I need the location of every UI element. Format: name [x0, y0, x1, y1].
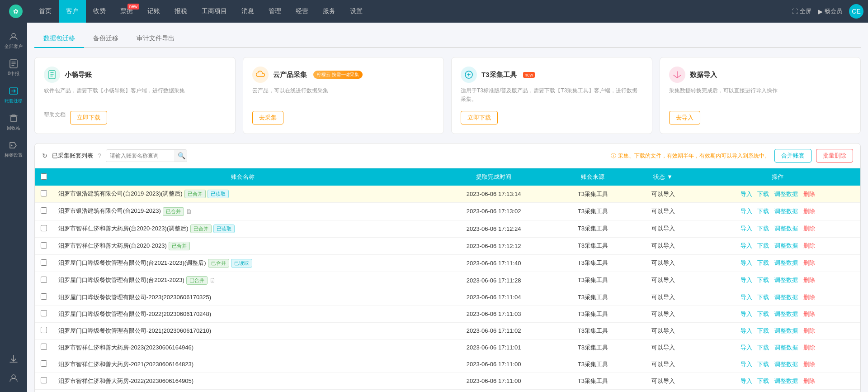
action-delete[interactable]: 删除: [802, 344, 817, 351]
nav-item-message[interactable]: 消息: [234, 0, 261, 23]
action-adjust[interactable]: 调整数据: [773, 294, 800, 301]
tab-data-migrate[interactable]: 数据包迁移: [34, 30, 84, 48]
action-adjust[interactable]: 调整数据: [773, 327, 800, 334]
action-download[interactable]: 下载: [755, 344, 771, 351]
row-checkbox[interactable]: [41, 225, 47, 231]
action-delete[interactable]: 删除: [802, 259, 817, 266]
action-adjust[interactable]: 调整数据: [773, 277, 800, 283]
sidebar-item-download[interactable]: [0, 349, 27, 368]
action-adjust[interactable]: 调整数据: [773, 259, 800, 266]
tab-audit-export[interactable]: 审计文件导出: [127, 30, 184, 48]
nav-item-operation[interactable]: 经营: [288, 0, 316, 23]
action-import[interactable]: 导入: [739, 208, 754, 215]
action-adjust[interactable]: 调整数据: [773, 311, 800, 317]
help-doc-link[interactable]: 帮助文档: [44, 111, 66, 124]
sidebar-item-account-migrate[interactable]: 账套迁移: [0, 81, 27, 109]
fullscreen-btn[interactable]: ⛶ 全屏: [792, 7, 811, 15]
action-delete[interactable]: 删除: [802, 208, 817, 215]
row-checkbox[interactable]: [41, 242, 47, 249]
action-download[interactable]: 下载: [755, 294, 771, 301]
go-import-button[interactable]: 去导入: [669, 111, 700, 124]
action-delete[interactable]: 删除: [802, 378, 817, 384]
nav-item-home[interactable]: 首页: [32, 0, 59, 23]
action-import[interactable]: 导入: [739, 378, 754, 384]
go-collect-button[interactable]: 去采集: [252, 111, 283, 124]
row-checkbox[interactable]: [41, 360, 47, 367]
nav-item-client[interactable]: 客户: [59, 0, 86, 23]
row-checkbox[interactable]: [41, 190, 47, 196]
action-download[interactable]: 下载: [755, 242, 771, 249]
sidebar-item-zero-report[interactable]: 0申报: [0, 54, 27, 81]
nav-item-fee[interactable]: 收费: [86, 0, 113, 23]
action-import[interactable]: 导入: [739, 344, 754, 351]
action-delete[interactable]: 删除: [802, 225, 817, 232]
all-clients-icon: [9, 32, 19, 42]
row-checkbox[interactable]: [41, 377, 47, 383]
action-adjust[interactable]: 调整数据: [773, 344, 800, 351]
action-import[interactable]: 导入: [739, 191, 754, 197]
t3-new-tag: new: [523, 72, 535, 78]
row-checkbox[interactable]: [41, 344, 47, 350]
action-download[interactable]: 下载: [755, 311, 771, 317]
nav-item-biz[interactable]: 工商项目: [194, 0, 234, 23]
action-import[interactable]: 导入: [739, 277, 754, 283]
nav-item-tax[interactable]: 报税: [167, 0, 194, 23]
sidebar-item-user[interactable]: [0, 368, 27, 387]
help-icon[interactable]: ?: [98, 152, 101, 159]
action-delete[interactable]: 删除: [802, 327, 817, 334]
action-import[interactable]: 导入: [739, 225, 754, 232]
sidebar-item-all-clients[interactable]: 全部客户: [0, 27, 27, 54]
select-all-checkbox[interactable]: [41, 173, 47, 180]
action-delete[interactable]: 删除: [802, 361, 817, 368]
row-checkbox[interactable]: [41, 293, 47, 300]
nav-item-account[interactable]: 记账: [140, 0, 167, 23]
tool-cards: 小畅导账 软件包产品，需要下载【小畅导账】客户端，进行数据采集 帮助文档 立即下…: [34, 57, 861, 134]
action-adjust[interactable]: 调整数据: [773, 242, 800, 249]
nav-item-settings[interactable]: 设置: [343, 0, 370, 23]
search-button[interactable]: 🔍: [174, 150, 187, 162]
tab-backup-migrate[interactable]: 备份迁移: [84, 30, 127, 48]
row-checkbox[interactable]: [41, 277, 47, 283]
batch-delete-button[interactable]: 批量删除: [816, 149, 853, 163]
row-checkbox[interactable]: [41, 259, 47, 266]
action-adjust[interactable]: 调整数据: [773, 191, 800, 197]
row-checkbox[interactable]: [41, 207, 47, 214]
row-checkbox[interactable]: [41, 327, 47, 333]
action-delete[interactable]: 删除: [802, 277, 817, 283]
action-download[interactable]: 下载: [755, 361, 771, 368]
member-btn[interactable]: ▶ 畅会员: [818, 7, 842, 15]
download-now-button[interactable]: 立即下载: [70, 111, 107, 124]
action-delete[interactable]: 删除: [802, 311, 817, 317]
avatar[interactable]: CE: [849, 4, 863, 19]
action-download[interactable]: 下载: [755, 191, 771, 197]
action-download[interactable]: 下载: [755, 225, 771, 232]
action-adjust[interactable]: 调整数据: [773, 378, 800, 384]
action-import[interactable]: 导入: [739, 242, 754, 249]
nav-item-manage[interactable]: 管理: [261, 0, 288, 23]
action-import[interactable]: 导入: [739, 311, 754, 317]
sidebar-item-recycle[interactable]: 回收站: [0, 109, 27, 136]
action-download[interactable]: 下载: [755, 327, 771, 334]
merge-account-button[interactable]: 合并账套: [774, 149, 811, 163]
action-import[interactable]: 导入: [739, 327, 754, 334]
action-download[interactable]: 下载: [755, 378, 771, 384]
nav-item-invoice[interactable]: 票据 new: [113, 0, 140, 23]
action-adjust[interactable]: 调整数据: [773, 225, 800, 232]
action-import[interactable]: 导入: [739, 259, 754, 266]
sidebar-item-label-settings[interactable]: 标签设置: [0, 136, 27, 163]
action-import[interactable]: 导入: [739, 294, 754, 301]
nav-item-service[interactable]: 服务: [316, 0, 343, 23]
action-adjust[interactable]: 调整数据: [773, 208, 800, 215]
action-delete[interactable]: 删除: [802, 191, 817, 197]
refresh-icon[interactable]: ↻: [42, 152, 47, 159]
action-download[interactable]: 下载: [755, 208, 771, 215]
action-download[interactable]: 下载: [755, 259, 771, 266]
download-t3-button[interactable]: 立即下载: [461, 111, 498, 124]
search-input[interactable]: [106, 150, 174, 161]
action-delete[interactable]: 删除: [802, 242, 817, 249]
action-delete[interactable]: 删除: [802, 294, 817, 301]
action-adjust[interactable]: 调整数据: [773, 361, 800, 368]
action-download[interactable]: 下载: [755, 277, 771, 283]
row-checkbox[interactable]: [41, 310, 47, 316]
action-import[interactable]: 导入: [739, 361, 754, 368]
